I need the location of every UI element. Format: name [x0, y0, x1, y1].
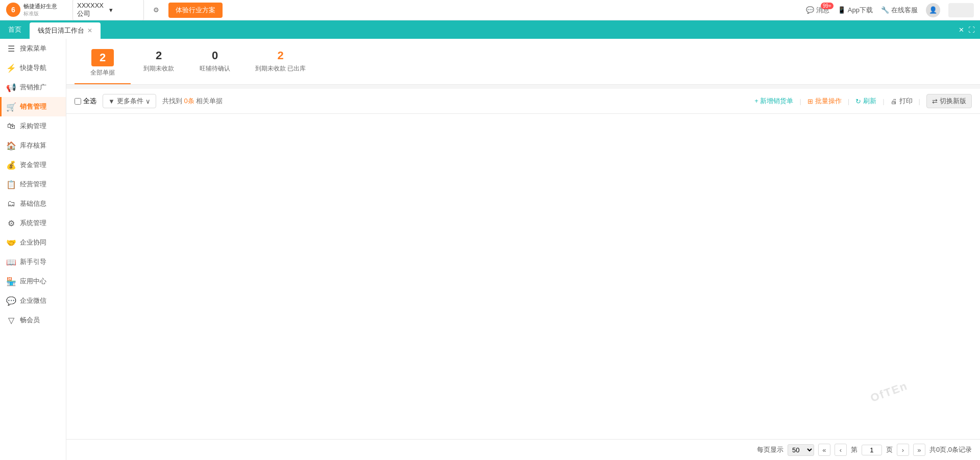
company-name: XXXXXX公司: [77, 2, 107, 18]
online-service-button[interactable]: 🔧 在线客服: [881, 6, 918, 15]
expand-window-icon[interactable]: ⛶: [968, 26, 975, 34]
select-all-checkbox[interactable]: 全选: [75, 96, 96, 106]
sidebar-item-inventory[interactable]: 🏠 库存核算: [0, 136, 66, 155]
table-area: [66, 114, 980, 439]
sidebar-item-system[interactable]: ⚙ 系统管理: [0, 213, 66, 233]
tab-close-icon[interactable]: ✕: [87, 27, 92, 34]
refresh-button[interactable]: ↻ 刷新: [855, 96, 876, 106]
stat-all-label: 全部单据: [87, 68, 118, 77]
stats-tabs: 2 全部单据 2 到期未收款 0 旺辅待确认 2 到期未收款 已出库: [66, 39, 980, 85]
sidebar-inventory-label: 库存核算: [20, 141, 46, 150]
filter-label: 更多条件: [117, 96, 143, 106]
sidebar-item-wechat[interactable]: 💬 企业微信: [0, 291, 66, 310]
page-suffix: 页: [886, 445, 893, 454]
filter-button[interactable]: ▼ 更多条件 ∨: [103, 94, 156, 108]
close-window-icon[interactable]: ✕: [959, 26, 964, 34]
stat-tab-pending[interactable]: 0 旺辅待确认: [187, 45, 243, 84]
first-page-button[interactable]: «: [818, 444, 830, 456]
switch-version-button[interactable]: ⇄ 切换新版: [926, 94, 972, 108]
stat-tab-overdue[interactable]: 2 到期未收款: [131, 45, 187, 84]
user-name-area[interactable]: [948, 3, 974, 17]
toolbar-right: + 新增销货单 | ⊞ 批量操作 | ↻ 刷新 | 🖨 打印 | ⇄: [754, 94, 972, 108]
sidebar-basics-label: 基础信息: [20, 199, 46, 208]
sidebar-guide-label: 新手引导: [20, 257, 46, 267]
sidebar-item-marketing[interactable]: 📢 营销推广: [0, 78, 66, 97]
stat-pending-label: 旺辅待确认: [199, 64, 231, 73]
page-size-select[interactable]: 50 100 200: [788, 444, 814, 456]
sidebar-item-enterprise[interactable]: 🤝 企业协同: [0, 233, 66, 252]
refresh-icon: ↻: [855, 98, 861, 105]
stat-overdue-num: 2: [143, 49, 175, 62]
switch-label: 切换新版: [940, 96, 966, 106]
tab-bar-actions: ✕ ⛶: [959, 26, 975, 34]
found-suffix: 相关单据: [196, 97, 223, 105]
trial-button[interactable]: 体验行业方案: [168, 3, 223, 18]
dropdown-arrow-icon: ▾: [109, 6, 139, 14]
sidebar-item-search[interactable]: ☰ 搜索菜单: [0, 39, 66, 58]
found-text: 共找到 0条 相关单据: [162, 96, 223, 106]
stat-tab-shipped[interactable]: 2 到期未收款 已出库: [243, 45, 318, 84]
last-page-button[interactable]: »: [913, 444, 925, 456]
sidebar-sales-label: 销售管理: [20, 102, 46, 111]
sidebar-operations-label: 经营管理: [20, 180, 46, 189]
add-sales-order-button[interactable]: + 新增销货单: [754, 96, 793, 106]
sidebar-item-finance[interactable]: 💰 资金管理: [0, 155, 66, 175]
sidebar-item-guide[interactable]: 📖 新手引导: [0, 252, 66, 272]
settings-button[interactable]: ⚙: [149, 3, 163, 17]
tab-workbench-label: 钱货日清工作台: [38, 26, 84, 35]
tab-bar: 首页 钱货日清工作台 ✕ ✕ ⛶: [0, 20, 980, 39]
next-page-button[interactable]: ›: [897, 444, 909, 456]
sidebar-appstore-label: 应用中心: [20, 277, 46, 286]
toolbar: 全选 ▼ 更多条件 ∨ 共找到 0条 相关单据 + 新增销货单 | ⊞: [66, 89, 980, 114]
quicknav-icon: ⚡: [7, 63, 16, 72]
sidebar-item-sales[interactable]: 🛒 销售管理: [0, 97, 66, 116]
online-service-label: 在线客服: [891, 6, 918, 15]
logo-icon: 6: [6, 3, 20, 17]
tab-home[interactable]: 首页: [0, 20, 30, 39]
print-button[interactable]: 🖨 打印: [891, 96, 913, 106]
page-input[interactable]: [862, 445, 882, 455]
sidebar-item-operations[interactable]: 📋 经营管理: [0, 175, 66, 194]
sidebar-item-appstore[interactable]: 🏪 应用中心: [0, 272, 66, 291]
stat-pending-num: 0: [199, 49, 231, 62]
content-area: 2 全部单据 2 到期未收款 0 旺辅待确认 2 到期未收款 已出库 全选: [66, 39, 980, 460]
batch-label: 批量操作: [815, 96, 842, 106]
header-right: 💬 消息 99+ 📱 App下载 🔧 在线客服 👤: [806, 3, 974, 17]
toolbar-left: 全选 ▼ 更多条件 ∨ 共找到 0条 相关单据: [75, 94, 229, 108]
print-label: 打印: [899, 96, 913, 106]
sidebar-marketing-label: 营销推广: [20, 83, 46, 92]
wechat-icon: 💬: [7, 296, 16, 305]
batch-operation-button[interactable]: ⊞ 批量操作: [807, 96, 842, 106]
company-selector[interactable]: XXXXXX公司 ▾: [72, 0, 144, 21]
avatar[interactable]: 👤: [926, 3, 940, 17]
gear-icon: ⚙: [153, 6, 159, 14]
search-icon: ☰: [7, 44, 16, 53]
switch-icon: ⇄: [932, 98, 938, 105]
logo-name: 畅捷通好生意: [23, 3, 57, 10]
operations-icon: 📋: [7, 180, 16, 189]
sidebar-quicknav-label: 快捷导航: [20, 63, 46, 72]
stat-tab-all[interactable]: 2 全部单据: [75, 45, 131, 84]
appstore-icon: 🏪: [7, 277, 16, 286]
finance-icon: 💰: [7, 160, 16, 170]
stat-overdue-label: 到期未收款: [143, 64, 175, 73]
prev-page-button[interactable]: ‹: [835, 444, 847, 456]
service-icon: 🔧: [881, 6, 889, 14]
sidebar-search-label: 搜索菜单: [20, 44, 46, 53]
page-size-label: 每页显示: [757, 445, 783, 454]
sidebar-item-basics[interactable]: 🗂 基础信息: [0, 194, 66, 213]
sidebar-item-quicknav[interactable]: ⚡ 快捷导航: [0, 58, 66, 78]
marketing-icon: 📢: [7, 83, 16, 92]
select-all-input[interactable]: [75, 98, 81, 105]
logo-area: 6 畅捷通好生意 标准版: [6, 3, 67, 17]
message-button[interactable]: 💬 消息 99+: [806, 6, 829, 15]
app-download-button[interactable]: 📱 App下载: [838, 6, 873, 15]
sidebar-system-label: 系统管理: [20, 219, 46, 228]
logo-text: 畅捷通好生意 标准版: [23, 3, 57, 17]
sidebar-item-purchase[interactable]: 🛍 采购管理: [0, 116, 66, 136]
batch-icon: ⊞: [807, 98, 813, 105]
tab-workbench[interactable]: 钱货日清工作台 ✕: [30, 22, 101, 39]
sidebar-item-member[interactable]: ▽ 畅会员: [0, 310, 66, 330]
system-icon: ⚙: [7, 219, 16, 228]
avatar-icon: 👤: [929, 6, 937, 14]
